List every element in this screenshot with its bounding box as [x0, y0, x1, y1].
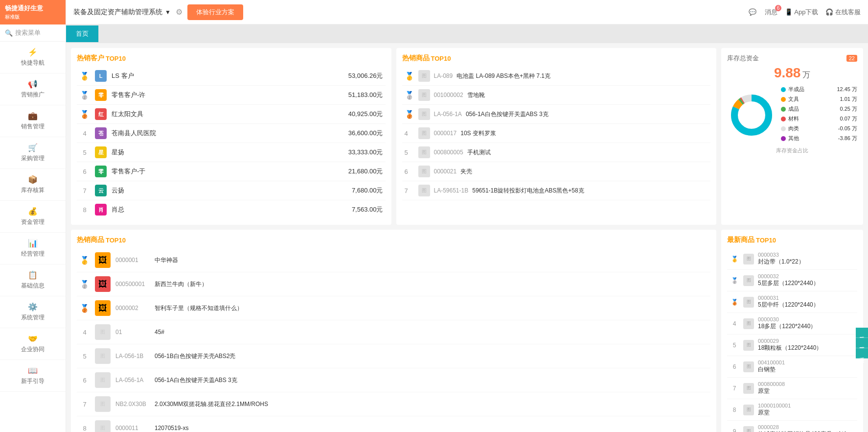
new-rank: 6: [730, 363, 739, 370]
new-name: 白钢垫: [758, 365, 855, 374]
hot-product-right-row: 🥈 图 001000002 雪地靴: [402, 86, 711, 105]
rank-icon: 🥇: [79, 72, 90, 81]
content-inner: 热销客户 TOP10 🥇 L LS 客户 53,006.26元 🥈 零 零售客户…: [66, 43, 868, 432]
online-service-button[interactable]: 🎧 在线客服: [825, 8, 861, 17]
inv-header: 库存总资金 22: [727, 54, 857, 63]
legend-item: 材料 0.07 万: [781, 115, 857, 122]
hot-code: 0000002: [115, 305, 150, 312]
new-products-list: 🥇 图 0000033 封边带（1.0*22） 🥈 图 0000032 5层多层…: [727, 248, 857, 432]
new-product-info: 10000100001 原堂: [758, 403, 855, 417]
new-code: 0000031: [758, 295, 855, 301]
float-buttons: 客服热线 服务社区 直播: [856, 328, 868, 359]
inv-chart-area: 半成品 12.45 万 文具 1.01 万 成品 0.25 万 材料 0.07 …: [727, 86, 857, 144]
rank-icon: 4: [79, 130, 90, 137]
nav-label-quicknav: 快捷导航: [21, 59, 45, 67]
customer-avatar: 红: [95, 108, 107, 120]
inv-title-label: 库存总资金: [727, 54, 759, 63]
new-name: 18多层（1220*2440）: [758, 322, 855, 331]
nav-label-guide: 新手引导: [21, 377, 45, 385]
hot-rank: 7: [79, 401, 90, 408]
hot-code: 000500001: [115, 281, 150, 288]
nav-item-quicknav[interactable]: ⚡ 快捷导航: [0, 42, 66, 73]
nav-item-inventory[interactable]: 📦 库存核算: [0, 169, 66, 201]
nav-item-finance[interactable]: 💰 资金管理: [0, 201, 66, 233]
nav-item-purchase[interactable]: 🛒 采购管理: [0, 137, 66, 169]
nav-item-sales[interactable]: 💼 销售管理: [0, 105, 66, 137]
search-menu[interactable]: 🔍 搜索菜单: [0, 24, 66, 42]
nav-item-operations[interactable]: 📊 经营管理: [0, 233, 66, 264]
new-rank: 🥈: [730, 277, 739, 284]
tab-home[interactable]: 首页: [66, 25, 99, 42]
hot-products-header: 热销商品 TOP10: [77, 236, 710, 244]
nav-label-inventory: 库存核算: [21, 186, 45, 194]
system-title-dropdown[interactable]: 装备及固定资产辅助管理系统 ▼: [73, 8, 171, 17]
new-product-img: 图: [743, 275, 754, 286]
hot-product-row: 🥈 🖼 000500001 新西兰牛肉（新牛）: [77, 272, 710, 296]
product-code: 000800005: [434, 149, 463, 156]
legend-label: 成品: [788, 105, 838, 113]
customer-panel: 热销客户 TOP10 🥇 L LS 客户 53,006.26元 🥈 零 零售客户…: [71, 48, 391, 225]
new-name: 18颗粒板（1220*2440）: [758, 344, 855, 352]
float-btn-community[interactable]: 服务社区: [856, 338, 868, 348]
trial-button[interactable]: 体验行业方案: [187, 4, 243, 20]
rank-icon: 6: [79, 168, 90, 175]
customer-section-header: 热销客户 TOP10: [77, 54, 386, 63]
float-btn-service[interactable]: 客服热线: [856, 328, 868, 338]
content-area: 热销客户 TOP10 🥇 L LS 客户 53,006.26元 🥈 零 零售客户…: [66, 43, 868, 432]
new-rank: 🥉: [730, 299, 739, 306]
new-rank: 8: [730, 407, 739, 413]
hot-products-top10: TOP10: [106, 237, 126, 244]
customer-amount: 36,600.00元: [348, 129, 383, 138]
nav-icon-collab: 🤝: [28, 334, 38, 343]
new-product-img: 图: [743, 383, 754, 394]
new-rank: 9: [730, 428, 739, 432]
float-btn-live[interactable]: 直播: [856, 348, 868, 359]
logo-version: 标准版: [5, 14, 43, 21]
product-img-placeholder: 图: [418, 146, 430, 158]
nav-item-marketing[interactable]: 📢 营销推广: [0, 73, 66, 105]
search-icon: 🔍: [5, 29, 13, 37]
tabbar: 首页: [66, 24, 868, 43]
legend-dot: [781, 117, 786, 121]
new-product-row: 4 图 0000030 18多层（1220*2440）: [727, 313, 857, 335]
new-code: 0000033: [758, 252, 855, 258]
new-product-row: 5 图 0000029 18颗粒板（1220*2440）: [727, 335, 857, 356]
legend-value: -0.05 万: [838, 125, 857, 132]
legend-dot: [781, 126, 786, 131]
legend-label: 其他: [788, 135, 836, 142]
hot-products-list: 🥇 🖼 0000001 中华神器 🥈 🖼 000500001 新西兰牛肉（新牛）…: [77, 248, 710, 432]
hot-code: LA-056-1B: [115, 353, 150, 360]
rank-num: 🥇: [405, 72, 414, 81]
message-button[interactable]: 💬 6 消息: [749, 8, 778, 17]
inv-legend: 半成品 12.45 万 文具 1.01 万 成品 0.25 万 材料 0.07 …: [781, 86, 857, 144]
product-name: 夹壳: [460, 168, 708, 176]
hot-name: 智利车子里（规格不知道填什么）: [155, 304, 708, 312]
hot-product-img-placeholder: 图: [95, 420, 111, 432]
product-code: 001000002: [434, 92, 463, 98]
new-rank: 🥇: [730, 256, 739, 263]
hot-product-right-top10: TOP10: [431, 55, 451, 62]
nav-icon-sales: 💼: [28, 111, 38, 120]
nav-item-collab[interactable]: 🤝 企业协同: [0, 328, 66, 360]
product-img-placeholder: 图: [418, 166, 430, 177]
new-rank: 4: [730, 320, 739, 327]
nav-icon-basic: 📋: [28, 270, 38, 280]
customer-amount: 7,563.00元: [352, 205, 383, 214]
hot-product-right-panel: 热销商品 TOP10 🥇 图 LA-089 电池盖 LA-089 ABS本色+黑…: [396, 48, 717, 225]
customer-avatar: 星: [95, 146, 107, 158]
product-img-placeholder: 图: [418, 89, 430, 101]
nav-item-guide[interactable]: 📖 新手引导: [0, 360, 66, 392]
new-product-img: 图: [743, 254, 754, 264]
hot-product-row: 6 图 LA-056-1A 056-1A白色按键开关盖ABS 3克: [77, 368, 710, 392]
hot-product-row: 4 图 01 45#: [77, 320, 710, 344]
product-name: 手机测试: [467, 148, 708, 157]
nav-item-basic[interactable]: 📋 基础信息: [0, 264, 66, 296]
nav-label-sales: 销售管理: [21, 122, 45, 131]
product-name: 电池盖 LA-089 ABS本色+黑种 7.1克: [457, 72, 708, 80]
gear-icon[interactable]: ⚙: [176, 7, 183, 17]
legend-dot: [781, 97, 786, 102]
nav-item-system[interactable]: ⚙️ 系统管理: [0, 296, 66, 328]
hot-product-img-placeholder: 图: [95, 324, 111, 340]
legend-item: 成品 0.25 万: [781, 105, 857, 113]
app-download-button[interactable]: 📱 App下载: [785, 8, 818, 17]
